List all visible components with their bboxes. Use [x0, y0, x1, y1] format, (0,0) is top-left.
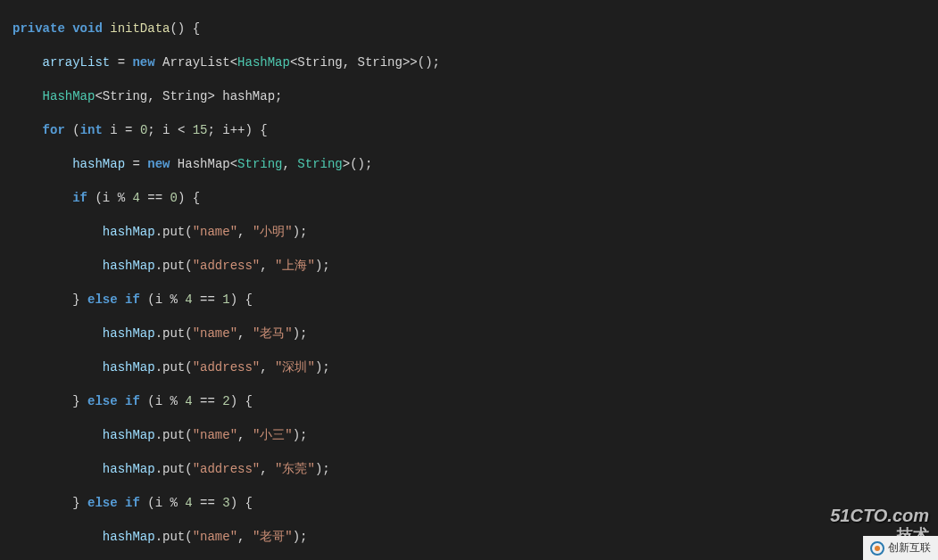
code-line: hashMap.put("name", "小明");	[12, 224, 938, 241]
code-line: HashMap<String, String> hashMap;	[12, 88, 938, 105]
code-line: hashMap = new HashMap<String, String>();	[12, 156, 938, 173]
code-line: if (i % 4 == 0) {	[12, 190, 938, 207]
code-line: hashMap.put("address", "东莞");	[12, 461, 938, 478]
code-editor[interactable]: private void initData() { arrayList = ne…	[0, 0, 938, 560]
corner-text: 创新互联	[888, 539, 931, 556]
corner-logo: 创新互联	[863, 536, 938, 560]
code-line: hashMap.put("name", "老哥");	[12, 529, 938, 546]
code-line: private void initData() {	[12, 21, 938, 37]
code-line: hashMap.put("address", "上海");	[12, 258, 938, 275]
code-line: hashMap.put("address", "深圳");	[12, 359, 938, 376]
code-line: } else if (i % 4 == 3) {	[12, 495, 938, 512]
code-line: } else if (i % 4 == 2) {	[12, 393, 938, 410]
watermark-main: 51CTO.com	[830, 507, 929, 524]
code-line: hashMap.put("name", "老马");	[12, 325, 938, 342]
code-line: } else if (i % 4 == 1) {	[12, 292, 938, 309]
code-line: arrayList = new ArrayList<HashMap<String…	[12, 54, 938, 71]
logo-icon	[870, 541, 884, 556]
code-line: for (int i = 0; i < 15; i++) {	[12, 122, 938, 139]
code-line: hashMap.put("name", "小三");	[12, 427, 938, 444]
